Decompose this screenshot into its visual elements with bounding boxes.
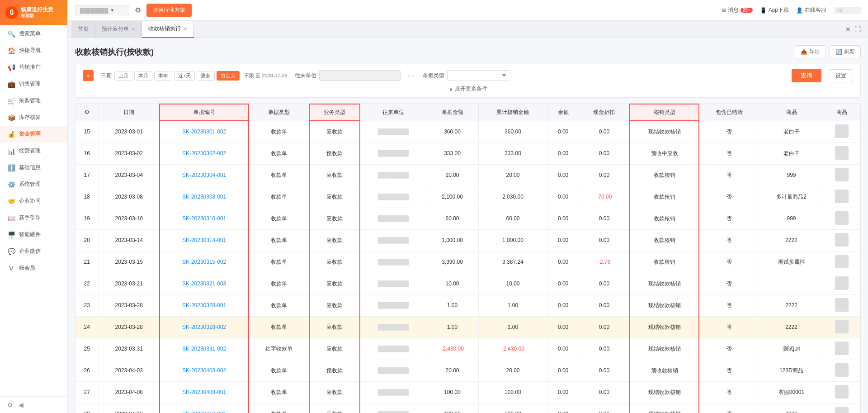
hardware-icon: 🖥️ [7,231,15,238]
last-7days-btn[interactable]: 近7天 [174,71,195,81]
th-balance[interactable]: 余额 [547,104,579,121]
th-partner[interactable]: 往来单位 [360,104,426,121]
industry-solution-button[interactable]: 体验行业方案 [146,4,192,17]
th-amount[interactable]: 单据金额 [426,104,479,121]
sidebar-item-operation[interactable]: 📊 经营管理 [0,142,67,159]
tab-expand-icon[interactable]: ⛶ [854,26,861,33]
sidebar-item-wechat[interactable]: 💬 企业微信 [0,243,67,260]
sidebar-item-inventory[interactable]: 📦 库存核算 [0,109,67,126]
topbar: ████████ ▼ ⚙ 体验行业方案 ✉ 消息 99+ 📱 App下载 👤 在… [68,0,868,21]
tab-pending-pay[interactable]: 预计应付单 ✕ [95,21,142,38]
quick-nav-label: 快捷导航 [19,47,41,54]
filter-expand-arrow[interactable]: » [83,70,94,81]
sidebar-item-quick-nav[interactable]: 🏠 快捷导航 [0,42,67,59]
this-month-btn[interactable]: 本月 [134,71,152,81]
sidebar-item-newbie[interactable]: 📖 新手引导 [0,209,67,226]
sidebar-item-marketing[interactable]: 📢 营销推广 [0,59,67,76]
cell-doc-no[interactable]: SK-20230302-002 [160,142,249,164]
export-button[interactable]: 📤 导出 [795,45,826,58]
sidebar-item-vip[interactable]: V 畅会员 [0,260,67,276]
partner-filter-input[interactable] [319,70,401,81]
topbar-dropdown[interactable]: ████████ ▼ [75,5,129,15]
cell-writeoff-amount: 100.00 [478,381,547,403]
cell-doc-no[interactable]: SK-20230310-001 [160,208,249,229]
th-include-settled[interactable]: 包含已结清 [699,104,759,121]
cell-goods-thumb [824,121,860,142]
cooperation-icon: 🤝 [7,198,15,205]
th-writeoff-amount[interactable]: 累计核销金额 [478,104,547,121]
cell-amount: 1,000.00 [426,229,479,251]
more-date-btn[interactable]: 更多 [197,71,215,81]
expand-more-conditions[interactable]: ∨ 展开更多条件 [83,85,853,93]
cell-doc-no[interactable]: SK-20230308-001 [160,186,249,208]
cell-doc-no[interactable]: SK-20230403-002 [160,360,249,381]
th-settings[interactable]: ⚙ [75,104,99,121]
sidebar-item-search-menu[interactable]: 🔍 搜索菜单 [0,25,67,42]
cell-date: 2023-03-31 [99,338,160,360]
cell-writeoff-type: 现结收款核销 [630,273,699,294]
marketing-icon: 📢 [7,64,15,71]
message-action[interactable]: ✉ 消息 99+ [722,6,753,14]
cell-writeoff-amount: 20.00 [478,360,547,381]
vip-icon: V [7,265,15,272]
custom-date-btn[interactable]: 自定义 [217,71,240,81]
th-goods[interactable]: 商品 [759,104,824,121]
sidebar-item-system[interactable]: ⚙️ 系统管理 [0,176,67,193]
th-biz-type[interactable]: 业务类型 [309,104,360,121]
cell-doc-no[interactable]: SK-20230418-001 [160,403,249,413]
user-info: Rit [834,7,861,14]
cell-date: 2023-03-14 [99,229,160,251]
cell-doc-no[interactable]: SK-20230314-001 [160,229,249,251]
cell-doc-no[interactable]: SK-20230304-001 [160,164,249,186]
table-row: 24 2023-03-28 SK-20230328-002 收款单 应收款 ██… [75,316,860,338]
tab-pending-pay-close[interactable]: ✕ [132,27,135,32]
th-doc-type[interactable]: 单据类型 [249,104,309,121]
cell-doc-no[interactable]: SK-20230301-002 [160,121,249,142]
filter-bar: » 日期 上月 本月 本年 近7天 更多 自定义 不限 至 2023-07-26 [75,64,861,98]
collapse-footer-icon[interactable]: ◀ [19,401,24,408]
cell-partner: ████████ [360,142,426,164]
settings-footer-icon[interactable]: ⚙ [7,401,13,408]
th-writeoff-type[interactable]: 核销类型 [630,104,699,121]
cell-doc-no[interactable]: SK-20230328-002 [160,316,249,338]
tab-home[interactable]: 首页 [71,21,95,38]
refresh-button[interactable]: 🔄 刷新 [830,45,861,58]
cell-doc-no[interactable]: SK-20230315-002 [160,251,249,273]
this-year-btn[interactable]: 本年 [154,71,172,81]
sidebar-item-finance[interactable]: 💰 资金管理 [0,126,67,142]
cell-doc-no[interactable]: SK-20230328-001 [160,294,249,316]
prev-month-btn[interactable]: 上月 [114,71,132,81]
cell-include-settled: 否 [699,208,759,229]
cell-writeoff-type: 收款核销 [630,186,699,208]
logo-sub: 标推版 [21,13,53,19]
app-download-action[interactable]: 📱 App下载 [760,6,789,14]
th-doc-no[interactable]: 单据编号 [160,104,249,121]
filter-more-dots[interactable]: ··· [408,72,416,79]
table-header-row: ⚙ 日期 单据编号 单据类型 业务类型 往来单位 单据金额 累计核销金额 余额 … [75,104,860,121]
cell-doc-no[interactable]: SK-20230408-001 [160,381,249,403]
th-date[interactable]: 日期 [99,104,160,121]
tab-receipt-writeoff-close[interactable]: ✕ [184,26,187,31]
sidebar-item-cooperation[interactable]: 🤝 企业协同 [0,193,67,209]
cell-doc-no[interactable]: SK-20230321-003 [160,273,249,294]
doctype-filter-select[interactable] [447,70,510,81]
cell-include-settled: 否 [699,338,759,360]
th-cash-discount[interactable]: 现金折扣 [579,104,630,121]
sidebar-item-purchase[interactable]: 🛒 采购管理 [0,92,67,109]
tab-receipt-writeoff[interactable]: 收款核销执行 ✕ [142,21,194,38]
cell-biz-type: 应收款 [309,208,360,229]
topbar-gear-icon[interactable]: ⚙ [135,6,141,14]
query-button[interactable]: 查询 [792,69,821,82]
cell-doc-type: 收款单 [249,121,309,142]
filter-setting-button[interactable]: 设置 [829,69,853,82]
tab-close-all-icon[interactable]: ✕ [845,26,851,33]
cell-goods-thumb [824,208,860,229]
sidebar-item-basic[interactable]: ℹ️ 基础信息 [0,159,67,176]
cell-doc-no[interactable]: SK-20230331-002 [160,338,249,360]
search-menu-label: 搜索菜单 [19,30,41,38]
online-service-action[interactable]: 👤 在线客服 [796,6,826,14]
th-goods2[interactable]: 商品 [824,104,860,121]
sidebar-item-sales[interactable]: 💼 销售管理 [0,76,67,92]
cell-cash-discount: 0.00 [579,316,630,338]
sidebar-item-hardware[interactable]: 🖥️ 智能硬件 [0,226,67,243]
